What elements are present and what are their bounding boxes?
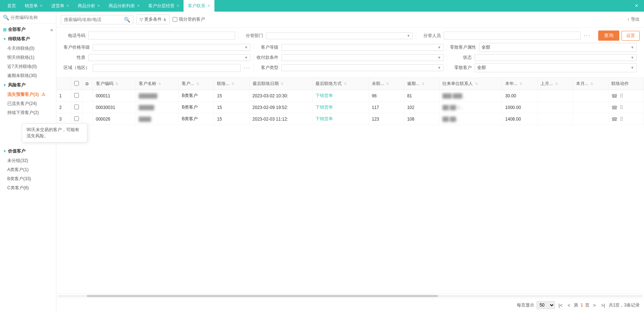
th-contact[interactable]: 联络... ⇅	[214, 78, 249, 90]
export-button[interactable]: ↑ 导出	[627, 16, 640, 23]
cell-last-contact-method[interactable]: 下销货单	[313, 90, 369, 102]
settings-button[interactable]: 设置	[621, 31, 640, 41]
sidebar-item-class-a[interactable]: A类客户(1)	[0, 165, 56, 174]
sidebar-section-pending[interactable]: ▼ 待联络客户	[0, 34, 56, 44]
nav-sales-close[interactable]: ×	[40, 3, 43, 8]
filter-customer-type-select[interactable]: ▼	[281, 64, 443, 71]
my-customers-checkbox[interactable]	[173, 17, 177, 22]
filter-region-input[interactable]	[93, 64, 241, 72]
query-button[interactable]: 查询	[598, 31, 619, 41]
sidebar-item-tomorrow[interactable]: 明天待联络(1)	[0, 53, 56, 62]
th-this-year[interactable]: 本年... ⇅	[502, 78, 538, 90]
nav-product-analysis-close[interactable]: ×	[97, 3, 100, 8]
filter-retail-attr-label: 零散客户属性	[450, 44, 476, 50]
nav-customer-contact-close[interactable]: ×	[208, 3, 210, 8]
nav-item-purchase[interactable]: 进货单 ×	[47, 0, 73, 12]
filter-more-btn[interactable]: ▽ 更多条件 ∧	[136, 15, 170, 24]
th-last-contact-method[interactable]: 最后联络方式 ⇅	[313, 78, 369, 90]
nav-item-customer-segment[interactable]: 客户分层经营 ×	[144, 0, 184, 12]
price-level-down-arrow: ▼	[244, 45, 248, 49]
page-next-btn[interactable]: >	[592, 302, 597, 309]
window-close-button[interactable]: ×	[632, 3, 641, 9]
nav-product-list-close[interactable]: ×	[137, 3, 140, 8]
filter-status-select[interactable]: ▼	[475, 54, 637, 61]
sidebar-collapse-btn[interactable]: «	[50, 27, 53, 33]
nav-purchase-close[interactable]: ×	[67, 3, 69, 8]
filter-phone-input[interactable]	[88, 32, 235, 40]
sort-icon-year: ⇅	[519, 82, 522, 86]
sidebar-item-7days[interactable]: 近7天待联络(0)	[0, 62, 56, 71]
sidebar-section-risk[interactable]: ▼ 风险客户	[0, 80, 56, 90]
nav-item-sales[interactable]: 销货单 ×	[20, 0, 47, 12]
th-last-contact-date[interactable]: 最后联络日期 ⇅	[249, 78, 313, 90]
action-contact-icon[interactable]: ☎	[611, 93, 617, 99]
filter-row-1: 电话号码 分管部门 ▼ 分管人员 ··· 查询 设置	[61, 31, 640, 41]
sidebar-item-declining[interactable]: 持续下滑客户(2)	[0, 108, 56, 117]
filter-retail-customer-select[interactable]: 全部 ▼	[475, 63, 637, 72]
cell-checkbox[interactable]	[71, 113, 82, 125]
sidebar-item-class-c[interactable]: C类客户(6)	[0, 183, 56, 193]
cell-checkbox[interactable]	[71, 102, 82, 113]
cell-customer-name: ████	[136, 113, 178, 125]
nav-customer-segment-close[interactable]: ×	[177, 3, 179, 8]
page-prev-btn[interactable]: <	[566, 302, 572, 309]
nav-item-customer-contact[interactable]: 客户联系 ×	[184, 0, 214, 12]
action-more-icon[interactable]: ⠿	[620, 105, 623, 110]
my-customers-checkbox-label[interactable]: 我分管的客户	[173, 16, 205, 23]
sort-icon-last-month: ⇅	[555, 82, 558, 86]
th-customer-name[interactable]: 客户名称 ⇅	[136, 78, 178, 90]
action-contact-icon[interactable]: ☎	[611, 105, 617, 110]
toolbar-search-icon[interactable]: 🔍	[124, 17, 130, 23]
sidebar-item-class-b[interactable]: B类客户(33)	[0, 174, 56, 183]
cell-actions: ☎ ⠿	[608, 90, 644, 102]
filter-retail-attr-select[interactable]: 全部 ▼	[479, 43, 637, 52]
horizontal-scrollbar[interactable]	[56, 293, 644, 298]
filter-manager-input[interactable]	[444, 32, 581, 40]
nav-item-home[interactable]: 首页	[3, 0, 20, 12]
cell-this-month	[573, 113, 608, 125]
filter-nature-select[interactable]: ▼	[88, 54, 250, 61]
sidebar-search-input[interactable]	[11, 15, 53, 20]
filter-customer-level-select[interactable]: ▼	[281, 44, 443, 51]
per-page-select[interactable]: 50 100	[536, 301, 555, 309]
sidebar-item-churn-warning[interactable]: 流失预警客户(3) ⚠	[0, 90, 56, 99]
th-this-month[interactable]: 本月... ⇅	[573, 78, 608, 90]
nav-item-product-analysis[interactable]: 商品分析 ×	[73, 0, 104, 12]
row-checkbox-2[interactable]	[74, 116, 79, 121]
row-checkbox-1[interactable]	[74, 105, 79, 109]
action-more-icon[interactable]: ⠿	[620, 116, 623, 122]
th-overdue[interactable]: 逾期... ⇅	[404, 78, 439, 90]
filter-cell-region: 区域（地区） ···	[61, 64, 254, 72]
th-last-month[interactable]: 上月... ⇅	[538, 78, 573, 90]
page-last-btn[interactable]: >|	[600, 302, 607, 309]
nav-item-product-list[interactable]: 商品分析列表 ×	[104, 0, 144, 12]
filter-region-more[interactable]: ···	[243, 65, 250, 71]
action-contact-icon[interactable]: ☎	[611, 116, 617, 122]
cell-last-contact-method[interactable]: 下销货单	[313, 102, 369, 113]
select-all-checkbox[interactable]	[74, 81, 79, 86]
filter-manager-more[interactable]: ···	[584, 32, 591, 39]
pagination: 每页显示 50 100 |< < 第 1 页 > >| 共1页，3条记录	[56, 298, 644, 312]
th-customer-code[interactable]: 客户编码 ⇅	[93, 78, 136, 90]
toolbar-search-input[interactable]	[64, 17, 124, 22]
sidebar-item-today[interactable]: 今天待联络(0)	[0, 44, 56, 53]
sort-icon-type: ⇅	[196, 82, 199, 86]
cell-last-contact-method[interactable]: 下销货单	[313, 113, 369, 125]
sidebar-item-overdue[interactable]: 逾期未联络(30)	[0, 71, 56, 80]
th-settings[interactable]: ⚙	[82, 78, 93, 90]
action-more-icon[interactable]: ⠿	[620, 93, 623, 99]
filter-price-level-select[interactable]: ▼	[93, 44, 250, 51]
th-unit-contact[interactable]: 往来单位联系人 ⇅	[439, 78, 502, 90]
sidebar-item-churned[interactable]: 已流失客户(24)	[0, 99, 56, 108]
cell-checkbox[interactable]	[71, 90, 82, 102]
scrollbar-thumb[interactable]	[87, 295, 438, 297]
th-not-contacted[interactable]: 未联... ⇅	[369, 78, 404, 90]
th-customer-type[interactable]: 客户... ⇅	[179, 78, 214, 90]
sidebar-section-value[interactable]: ▼ 价值客户	[0, 146, 56, 156]
page-number: 1	[580, 303, 583, 308]
sidebar-item-unclassified[interactable]: 未分组(32)	[0, 156, 56, 165]
filter-dept-select[interactable]: ▼	[266, 32, 413, 39]
page-first-btn[interactable]: |<	[557, 302, 564, 309]
filter-payment-select[interactable]: ▼	[281, 54, 443, 61]
row-checkbox-0[interactable]	[74, 93, 79, 98]
